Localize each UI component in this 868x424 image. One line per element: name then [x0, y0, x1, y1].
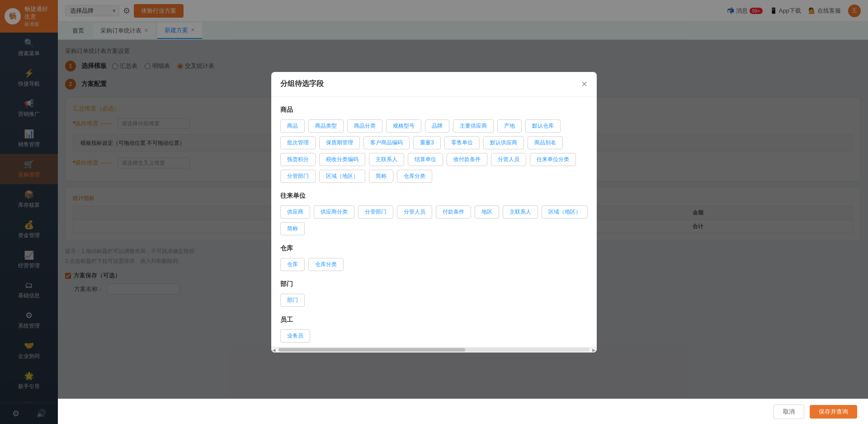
- field-tag[interactable]: 分管部门: [280, 170, 316, 183]
- field-tag[interactable]: 往来单位分类: [530, 153, 576, 166]
- scroll-left-icon[interactable]: ◀: [271, 348, 277, 353]
- warehouse-section-title: 仓库: [280, 244, 588, 252]
- field-tag[interactable]: 结算单位: [408, 153, 443, 166]
- department-field-tags: 部门: [280, 294, 588, 307]
- field-tag[interactable]: 零售单位: [444, 136, 480, 149]
- field-tag[interactable]: 客户商品编码: [363, 136, 410, 149]
- partner-section-title: 往来单位: [280, 192, 588, 200]
- field-tag[interactable]: 供应商: [280, 205, 310, 219]
- warehouse-section: 仓库 仓库 仓库分类: [280, 244, 588, 271]
- field-tag[interactable]: 规格型号: [386, 119, 421, 133]
- field-tag[interactable]: 分管人员: [397, 205, 432, 219]
- field-tag[interactable]: 品牌: [425, 119, 449, 133]
- product-field-tags: 商品 商品类型 商品分类 规格型号 品牌 主要供应商 产地 默认仓库 批次管理 …: [280, 119, 588, 183]
- employee-section: 员工 业务员: [280, 316, 588, 343]
- modal-horizontal-scrollbar[interactable]: ◀ ▶: [271, 347, 597, 353]
- field-tag[interactable]: 仓库分类: [308, 258, 344, 271]
- field-tag[interactable]: 地区: [475, 205, 499, 219]
- cancel-button[interactable]: 取消: [774, 405, 804, 419]
- field-tag[interactable]: 主联系人: [503, 205, 538, 219]
- field-select-modal: 分组待选字段 ✕ 商品 商品 商品类型 商品分类 规格型号 品牌 主要供应商 产…: [271, 72, 597, 353]
- save-query-button[interactable]: 保存并查询: [810, 405, 857, 419]
- field-tag[interactable]: 商品分类: [347, 119, 382, 133]
- modal-title: 分组待选字段: [280, 79, 324, 89]
- page-footer: 取消 保存并查询: [58, 399, 868, 424]
- warehouse-field-tags: 仓库 仓库分类: [280, 258, 588, 271]
- field-tag[interactable]: 主联系人: [369, 153, 404, 166]
- product-section: 商品 商品 商品类型 商品分类 规格型号 品牌 主要供应商 产地 默认仓库 批次…: [280, 106, 588, 183]
- field-tag[interactable]: 分管人员: [491, 153, 526, 166]
- field-tag[interactable]: 收付款条件: [447, 153, 487, 166]
- department-section-title: 部门: [280, 280, 588, 288]
- field-tag[interactable]: 区域（地区）: [319, 170, 365, 183]
- field-tag[interactable]: 保质期管理: [319, 136, 360, 149]
- field-tag[interactable]: 商品别名: [528, 136, 563, 149]
- field-tag[interactable]: 简称: [280, 222, 305, 235]
- field-tag[interactable]: 部门: [280, 294, 305, 307]
- scrollbar-thumb[interactable]: [278, 348, 465, 352]
- modal-close-icon[interactable]: ✕: [581, 79, 588, 89]
- field-tag[interactable]: 默认供应商: [483, 136, 524, 149]
- modal-body: 商品 商品 商品类型 商品分类 规格型号 品牌 主要供应商 产地 默认仓库 批次…: [271, 97, 597, 347]
- employee-section-title: 员工: [280, 316, 588, 324]
- modal-backdrop: 分组待选字段 ✕ 商品 商品 商品类型 商品分类 规格型号 品牌 主要供应商 产…: [0, 0, 868, 424]
- product-section-title: 商品: [280, 106, 588, 114]
- field-tag[interactable]: 供应商分类: [314, 205, 354, 219]
- field-tag[interactable]: 业务员: [280, 329, 310, 343]
- field-tag[interactable]: 拣货积分: [280, 153, 316, 166]
- field-tag[interactable]: 仓库: [280, 258, 305, 271]
- field-tag[interactable]: 产地: [497, 119, 522, 133]
- scroll-right-icon[interactable]: ▶: [591, 348, 597, 353]
- field-tag[interactable]: 主要供应商: [453, 119, 494, 133]
- field-tag[interactable]: 仓库分类: [397, 170, 432, 183]
- field-tag[interactable]: 区域（地区）: [542, 205, 588, 219]
- field-tag[interactable]: 重量3: [413, 136, 441, 149]
- field-tag[interactable]: 简称: [369, 170, 393, 183]
- modal-header: 分组待选字段 ✕: [271, 72, 597, 97]
- partner-section: 往来单位 供应商 供应商分类 分管部门 分管人员 付款条件 地区 主联系人 区域…: [280, 192, 588, 235]
- department-section: 部门 部门: [280, 280, 588, 307]
- field-tag[interactable]: 商品类型: [308, 119, 344, 133]
- field-tag[interactable]: 付款条件: [436, 205, 471, 219]
- partner-field-tags: 供应商 供应商分类 分管部门 分管人员 付款条件 地区 主联系人 区域（地区） …: [280, 205, 588, 235]
- field-tag[interactable]: 默认仓库: [525, 119, 561, 133]
- scrollbar-track[interactable]: [278, 348, 590, 352]
- field-tag[interactable]: 批次管理: [280, 136, 316, 149]
- field-tag[interactable]: 分管部门: [358, 205, 393, 219]
- field-tag[interactable]: 税收分类编码: [319, 153, 365, 166]
- field-tag[interactable]: 商品: [280, 119, 305, 133]
- employee-field-tags: 业务员: [280, 329, 588, 343]
